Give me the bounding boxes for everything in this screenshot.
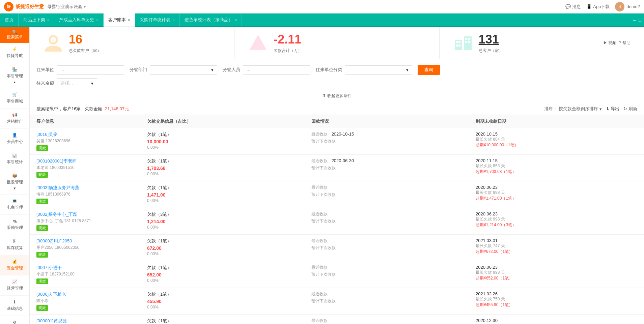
overdue-days: 最长欠款 884 天 [476,137,635,142]
customer-phone: 用户2050 18665062050 [36,245,142,251]
table-row: [0016]吴俊 吴俊 13026203696 现款 欠款（1笔） 10,000… [30,128,644,155]
video-btn[interactable]: ▶ 视频 [603,40,616,46]
sidebar-item-purchase-mgmt[interactable]: 🛍 采购管理 [0,215,29,235]
balance-select[interactable]: 选择... ▾ [57,78,97,88]
source-unit-input[interactable]: ··· [57,65,124,75]
main-layout: 🔍 搜索菜单 ⚡ 快捷导航 🏪 零售管理 ▲ 🛒 零售商城 📢 营销推广 👤 会… [0,27,644,324]
tab-customer-account[interactable]: 客户账本 × [104,13,135,27]
customer-cell: [0003]畅捷服务尹海燕 海燕 18513066976 现款 [36,185,144,204]
collapse-row[interactable]: ⬆ 收起更多条件 [36,92,637,100]
owe-amount[interactable]: 652.00 [147,272,306,277]
search-menu-btn[interactable]: 🔍 搜索菜单 [0,27,29,43]
sidebar-item-retail-mall[interactable]: 🛒 零售商城 [0,88,29,109]
tab-goods-on-off-close[interactable]: × [47,18,49,22]
export-btn[interactable]: ⬇ 导出 [606,106,620,112]
person-input[interactable]: ··· [243,65,310,75]
overdue-amount-link[interactable]: 超期¥1,703.68（1笔） [476,169,635,175]
minimize-btn[interactable]: ─ [633,18,636,23]
overdue-amount-link[interactable]: 超期¥652.00（1笔） [476,275,635,281]
member-icon: 👤 [12,133,17,138]
app-download-btn[interactable]: 📱 App下载 [586,4,610,10]
tab-purchase-summary-close[interactable]: × [172,18,174,22]
filter-balance: 往来余额 选择... ▾ [36,78,97,88]
sidebar-item-ops-mgmt[interactable]: 📈 经营管理 [0,275,29,296]
owe-amount[interactable]: 1,214.00 [147,219,306,224]
customer-name[interactable]: [0003]畅捷服务尹海燕 [36,185,142,191]
customer-name[interactable]: [000002]用户2050 [36,238,142,244]
last-repay-label: 最近收款 [311,318,328,323]
sidebar-item-inventory[interactable]: 🗄 库存核算 [0,235,29,255]
help-btn[interactable]: ? 帮助 [619,40,631,46]
sidebar-item-marketing[interactable]: 📢 营销推广 [0,109,29,129]
stat-overdue-amount-info: -2.11 欠款合计（万） [274,32,302,54]
owe-count: 欠款（1笔） [147,185,306,191]
message-btn[interactable]: 💬 消息 [565,4,581,10]
svg-rect-12 [468,38,470,40]
retail-stats-icon: 📊 [12,153,17,158]
top-bar-right: 💬 消息 📱 App下载 d demo2 [565,2,640,11]
sidebar-item-retail-mall-label: 零售商城 [7,98,23,104]
user-area[interactable]: d demo2 [615,2,640,11]
search-button[interactable]: 查询 [418,65,440,75]
owe-amount[interactable]: 10,000.00 [147,139,306,144]
content-area: ¥ 16 总欠款客户（家） ! -2.11 欠款合计（万） [30,27,644,324]
refresh-btn[interactable]: ↻ 刷新 [623,106,637,112]
customer-cell: [0007]小进干 小进干 18279152100 现款 [36,265,144,284]
export-icon: ⬇ [606,106,610,111]
unit-category-chevron-icon: ▾ [406,67,409,72]
overdue-amount-link[interactable]: 超期¥1,214.00（3笔） [476,222,635,228]
sort-select[interactable]: 排序： 按欠款金额倒序排序 ▾ [544,106,602,112]
filter-unit-category: 往来单位分类 ▾ [316,65,412,75]
owe-amount[interactable]: 672.00 [147,245,306,251]
customer-name[interactable]: [0016]吴俊 [36,131,142,138]
customer-name[interactable]: [0001020001]李老师 [36,158,142,164]
due-date: 2021.02.26 [476,291,635,296]
customer-phone: 李老师 18600391516 [36,165,142,171]
result-actions: 排序： 按欠款金额倒序排序 ▾ ⬇ 导出 ↻ 刷新 [544,106,637,112]
tab-purchase-goods-close[interactable]: × [235,18,237,22]
owe-count: 欠款（1笔） [147,238,306,244]
sidebar-item-retail-stats[interactable]: 📊 零售统计 [0,149,29,169]
maximize-btn[interactable]: □ [639,18,641,23]
tab-purchase-summary[interactable]: 采购订单统计表 × [135,13,179,27]
tab-goods-on-off[interactable]: 商品上下架 × [19,13,54,27]
customer-name[interactable]: [000001]黄思源 [36,318,142,324]
customer-cell: [0016]吴俊 吴俊 13026203696 现款 [36,131,144,151]
tab-production-history[interactable]: 产成品入库单历史 × [54,13,103,27]
sidebar-item-retail-mgmt[interactable]: 🏪 零售管理 ▲ [0,63,29,88]
owe-amount[interactable]: 1,703.68 [147,166,306,171]
sidebar-item-capital-mgmt[interactable]: 💰 资金管理 [0,255,29,275]
overdue-amount-link[interactable]: 超期¥455.90（1笔） [476,302,635,308]
overdue-amount-link[interactable]: 超期¥672.00（1笔） [476,249,635,255]
sidebar-item-quicknav[interactable]: ⚡ 快捷导航 [0,43,29,63]
sidebar-item-basic-info[interactable]: ℹ 基础信息 [0,296,29,316]
customer-name[interactable]: [0007]小进干 [36,265,142,271]
overdue-amount-link[interactable]: 超期¥10,000.00（1笔） [476,142,635,148]
overdue-amount-link[interactable]: 超期¥1,471.00（1笔） [476,196,635,201]
sidebar-item-system-mgmt[interactable]: ⚙ 系统管理 [0,316,29,324]
tab-production-history-close[interactable]: × [96,18,98,22]
dept-select[interactable]: ▾ [150,65,217,75]
sidebar-item-ecommerce[interactable]: 💻 电商管理 [0,195,29,215]
col-header-repay: 回款情况 [309,118,473,124]
svg-rect-14 [468,41,470,43]
sidebar-item-batch-mgmt[interactable]: 📦 批发管理 ▼ [0,169,29,195]
repay-info: 最近收款 2020-06-30 [311,158,470,164]
store-selector[interactable]: 母婴行业演示账套 ▾ [47,4,86,10]
balance-chevron-icon: ▾ [91,81,93,86]
stat-total-customers-info: 131 总客户（家） [479,32,503,54]
sidebar-item-member-center[interactable]: 👤 会员中心 [0,129,29,149]
video-icon: ▶ [603,40,607,45]
stat-overdue-customers: ¥ 16 总欠款客户（家） [30,27,234,59]
tab-purchase-goods[interactable]: 进货单统计表（按商品） × [180,13,242,27]
tab-customer-account-close[interactable]: × [128,18,130,22]
owe-amount[interactable]: 1,471.00 [147,192,306,198]
owe-count: 欠款（1笔） [147,318,306,324]
customer-name[interactable]: [0006]去下粮仓 [36,291,142,297]
last-repay-label: 最近收款 [311,212,328,216]
owe-amount[interactable]: 455.90 [147,299,306,304]
svg-text:¥: ¥ [52,38,54,42]
customer-name[interactable]: [0002]服务中心_丁磊 [36,211,142,217]
unit-category-select[interactable]: ▾ [345,65,412,75]
tab-home[interactable]: 首页 [0,13,19,27]
